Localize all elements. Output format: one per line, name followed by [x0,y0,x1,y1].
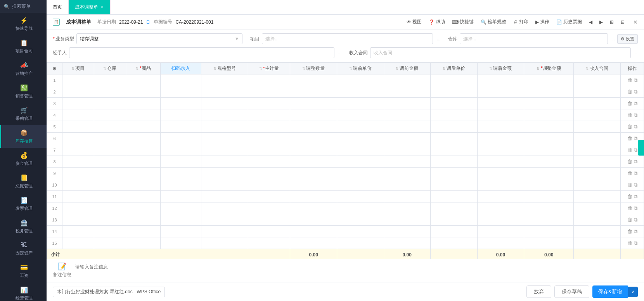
handler-input[interactable] [69,47,334,58]
row-10-before-amount[interactable] [384,179,431,191]
row-3-after-amount[interactable] [477,98,524,109]
row-13-after-amount[interactable] [477,214,524,226]
row-13-project[interactable] [62,214,94,226]
row-6-adjust-qty[interactable] [290,133,337,144]
row-8-product[interactable] [126,156,161,168]
handler-dots[interactable]: ... [338,51,341,55]
row-5-after-price[interactable] [431,121,478,133]
sidebar-item-quick-nav[interactable]: ⚡ 快速导航 [0,13,47,35]
row-12-after-amount[interactable] [477,202,524,214]
row-3-adjust-amount[interactable] [524,98,574,109]
row-11-after-amount[interactable] [477,191,524,202]
row-11-product[interactable] [126,191,161,202]
row-1-copy-icon[interactable]: ⧉ [634,77,637,83]
row-10-copy-icon[interactable]: ⧉ [634,182,637,188]
view-btn[interactable]: 👁 视图 [405,18,423,26]
teal-side-indicator[interactable] [638,140,644,156]
row-11-after-price[interactable] [431,191,478,202]
row-3-scan[interactable] [161,98,201,109]
row-9-copy-icon[interactable]: ⧉ [634,170,637,176]
sidebar-item-payroll[interactable]: 💳 工资 [0,260,47,282]
row-15-scan[interactable] [161,237,201,249]
save-new-arrow[interactable]: ∨ [628,287,638,297]
row-1-warehouse[interactable] [94,74,126,86]
row-3-before-price[interactable] [337,98,384,109]
row-7-adjust-amount[interactable] [524,144,574,156]
row-3-warehouse[interactable] [94,98,126,109]
row-2-delete-icon[interactable]: 🗑 [627,89,632,95]
row-13-product[interactable] [126,214,161,226]
row-1-before-price[interactable] [337,74,384,86]
row-4-income-contract[interactable] [574,109,621,121]
sidebar-item-finance-mgmt[interactable]: 💰 资金管理 [0,148,47,170]
row-5-before-amount[interactable] [384,121,431,133]
row-9-before-price[interactable] [337,168,384,179]
row-6-income-contract[interactable] [574,133,621,144]
row-3-adjust-qty[interactable] [290,98,337,109]
sidebar-item-sales-mgmt[interactable]: 💹 销售管理 [0,80,47,103]
row-15-product[interactable] [126,237,161,249]
row-12-warehouse[interactable] [94,202,126,214]
row-13-after-price[interactable] [431,214,478,226]
row-2-unit[interactable] [248,86,290,98]
row-12-unit[interactable] [248,202,290,214]
row-5-delete-icon[interactable]: 🗑 [627,124,632,130]
row-5-warehouse[interactable] [94,121,126,133]
save-new-main[interactable]: 保存&新增 [592,285,628,298]
row-8-before-price[interactable] [337,156,384,168]
row-13-unit[interactable] [248,214,290,226]
expand2-btn[interactable]: ⊟ [619,19,626,26]
row-2-after-price[interactable] [431,86,478,98]
row-6-scan[interactable] [161,133,201,144]
row-1-after-amount[interactable] [477,74,524,86]
row-14-after-amount[interactable] [477,226,524,237]
row-8-scan[interactable] [161,156,201,168]
row-6-delete-icon[interactable]: 🗑 [627,135,632,142]
row-5-adjust-amount[interactable] [524,121,574,133]
row-14-copy-icon[interactable]: ⧉ [634,228,637,235]
row-5-adjust-qty[interactable] [290,121,337,133]
row-10-after-amount[interactable] [477,179,524,191]
row-8-before-amount[interactable] [384,156,431,168]
tab-close-icon[interactable]: ✕ [100,5,104,10]
sidebar-item-invoice-mgmt[interactable]: 🧾 发票管理 [0,193,47,215]
row-3-product[interactable] [126,98,161,109]
row-10-delete-icon[interactable]: 🗑 [627,182,632,188]
sidebar-item-ledger-mgmt[interactable]: 📒 总账管理 [0,170,47,193]
row-6-adjust-amount[interactable] [524,133,574,144]
row-3-project[interactable] [62,98,94,109]
row-1-income-contract[interactable] [574,74,621,86]
row-14-warehouse[interactable] [94,226,126,237]
prev-btn[interactable]: ◀ [587,19,594,26]
row-6-warehouse[interactable] [94,133,126,144]
row-14-delete-icon[interactable]: 🗑 [627,228,632,235]
row-12-copy-icon[interactable]: ⧉ [634,205,637,211]
sidebar-item-purchase-mgmt[interactable]: 🛒 采购管理 [0,103,47,125]
row-3-income-contract[interactable] [574,98,621,109]
row-7-income-contract[interactable] [574,144,621,156]
row-3-before-amount[interactable] [384,98,431,109]
row-11-unit[interactable] [248,191,290,202]
row-9-adjust-qty[interactable] [290,168,337,179]
sidebar-search[interactable]: 🔍 搜索菜单 [0,0,47,13]
row-7-delete-icon[interactable]: 🗑 [627,147,632,153]
row-14-spec[interactable] [201,226,248,237]
row-14-adjust-qty[interactable] [290,226,337,237]
warehouse-dots[interactable]: ... [612,37,615,41]
row-2-before-price[interactable] [337,86,384,98]
warehouse-input[interactable]: 选择... [460,33,608,44]
row-4-before-amount[interactable] [384,109,431,121]
sidebar-item-project-contract[interactable]: 📋 项目合同 [0,35,47,58]
col-scan[interactable]: 扫码录入 [161,63,201,74]
row-10-project[interactable] [62,179,94,191]
row-11-income-contract[interactable] [574,191,621,202]
row-11-adjust-amount[interactable] [524,191,574,202]
row-5-unit[interactable] [248,121,290,133]
row-4-scan[interactable] [161,109,201,121]
row-15-before-amount[interactable] [384,237,431,249]
row-6-before-amount[interactable] [384,133,431,144]
row-4-before-price[interactable] [337,109,384,121]
row-4-after-amount[interactable] [477,109,524,121]
row-12-product[interactable] [126,202,161,214]
row-4-unit[interactable] [248,109,290,121]
